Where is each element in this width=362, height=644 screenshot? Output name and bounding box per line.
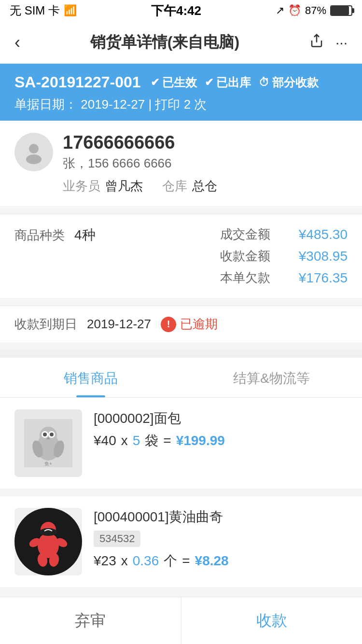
- avatar: [14, 133, 53, 171]
- tab-settlement[interactable]: 结算&物流等: [181, 358, 362, 397]
- order-header-banner: SA-20191227-001 ✔ 已生效 ✔ 已出库 ⏱ 部分收款 单据日期：…: [0, 64, 362, 121]
- warehouse-value: 总仓: [192, 178, 217, 195]
- payment-due-label: 收款到期日: [14, 316, 77, 333]
- product-unit-2: 个: [164, 552, 177, 570]
- customer-name-phone: 张，156 6666 6666: [63, 155, 175, 172]
- cancel-button[interactable]: 弃审: [0, 597, 181, 644]
- deal-amount-value: ¥485.30: [280, 227, 348, 242]
- product-unit-price-1: ¥40: [94, 433, 116, 448]
- order-number-row: SA-20191227-001 ✔ 已生效 ✔ 已出库 ⏱ 部分收款: [14, 73, 348, 91]
- nav-actions: ···: [309, 33, 348, 51]
- status-badges: ✔ 已生效 ✔ 已出库 ⏱ 部分收款: [151, 75, 319, 90]
- times-icon-1: x: [121, 433, 128, 448]
- battery-bar: [330, 5, 352, 16]
- product-qty-2: 0.36: [133, 553, 159, 569]
- customer-name-area: 17666666666 张，156 6666 6666: [63, 132, 175, 172]
- tabs-row: 销售商品 结算&物流等: [0, 358, 362, 398]
- checkmark-icon-effective: ✔: [151, 76, 159, 89]
- clock-icon: ⏱: [259, 76, 269, 89]
- tab-settlement-label: 结算&物流等: [233, 371, 310, 386]
- wifi-icon: 📶: [64, 4, 77, 17]
- page-title: 销货单详情(来自电脑): [90, 32, 239, 53]
- checkmark-icon-shipped: ✔: [205, 76, 213, 89]
- debt-label: 本单欠款: [220, 269, 270, 286]
- product-image-1: 鱼+: [14, 409, 82, 477]
- location-icon: ↗: [276, 4, 284, 17]
- times-icon-2: x: [121, 553, 128, 569]
- product-item-1: 鱼+ [0000002]面包 ¥40 x 5 袋 = ¥199.99: [0, 398, 362, 489]
- alarm-icon: ⏰: [288, 4, 301, 17]
- confirm-button[interactable]: 收款: [181, 597, 362, 644]
- svg-point-0: [29, 144, 39, 154]
- battery-percent: 87%: [305, 4, 326, 17]
- product-qty-1: 5: [133, 433, 140, 448]
- status-time: 下午4:42: [151, 2, 201, 19]
- customer-info-row: 业务员 曾凡杰 仓库 总仓: [14, 178, 348, 195]
- received-value: ¥308.95: [280, 249, 348, 264]
- status-left: 无 SIM 卡 📶: [10, 3, 77, 18]
- badge-effective: ✔ 已生效: [151, 75, 197, 90]
- product-type-label: 商品种类: [14, 227, 65, 244]
- bottom-bar: 弃审 收款: [0, 597, 362, 644]
- received-label: 收款金额: [220, 248, 270, 265]
- product-type-area: 商品种类 4种: [14, 226, 96, 244]
- deal-amount-label: 成交金额: [220, 226, 270, 243]
- badge-effective-label: 已生效: [162, 75, 197, 90]
- sales-info: 业务员 曾凡杰: [63, 178, 143, 195]
- product-image-placeholder-1: 鱼+: [14, 409, 82, 477]
- product-price-row-2: ¥23 x 0.36 个 = ¥8.28: [94, 552, 348, 570]
- product-type-count: 4种: [74, 226, 96, 244]
- financial-stats: 成交金额 ¥485.30 收款金额 ¥308.95 本单欠款 ¥176.35: [220, 226, 348, 286]
- product-name-1: [0000002]面包: [94, 409, 348, 428]
- product-item-2: [000400001]黄油曲奇 534532 ¥23 x 0.36 个 = ¥8…: [0, 496, 362, 587]
- order-date-value: 2019-12-27: [81, 97, 145, 112]
- share-icon[interactable]: [309, 33, 324, 51]
- sales-label: 业务员: [63, 178, 100, 195]
- sales-value: 曾凡杰: [105, 178, 143, 195]
- product-unit-1: 袋: [145, 432, 158, 450]
- more-icon[interactable]: ···: [335, 34, 348, 51]
- status-right: ↗ ⏰ 87%: [276, 4, 352, 17]
- date-label: 单据日期：: [14, 97, 77, 112]
- stats-section: 商品种类 4种 成交金额 ¥485.30 收款金额 ¥308.95 本单欠款 ¥…: [0, 214, 362, 298]
- print-separator: |: [148, 97, 155, 112]
- received-row: 收款金额 ¥308.95: [220, 248, 348, 265]
- badge-payment-label: 部分收款: [272, 75, 319, 90]
- warehouse-label: 仓库: [162, 178, 187, 195]
- product-total-1: ¥199.99: [176, 433, 225, 448]
- customer-phone: 17666666666: [63, 132, 175, 153]
- customer-section: 17666666666 张，156 6666 6666 业务员 曾凡杰 仓库 总…: [0, 121, 362, 206]
- svg-text:鱼+: 鱼+: [44, 461, 52, 466]
- back-button[interactable]: ‹: [14, 32, 20, 53]
- deal-amount-row: 成交金额 ¥485.30: [220, 226, 348, 243]
- product-image-2: [14, 508, 82, 575]
- cancel-label: 弃审: [75, 610, 106, 631]
- svg-point-8: [50, 433, 54, 436]
- product-price-row-1: ¥40 x 5 袋 = ¥199.99: [94, 432, 348, 450]
- print-count-value: 2: [184, 97, 191, 112]
- nav-bar: ‹ 销货单详情(来自电脑) ···: [0, 21, 362, 64]
- products-list: 鱼+ [0000002]面包 ¥40 x 5 袋 = ¥199.99: [0, 398, 362, 614]
- overdue-icon: !: [161, 317, 176, 332]
- svg-point-1: [26, 154, 42, 164]
- warehouse-info: 仓库 总仓: [162, 178, 217, 195]
- product-unit-price-2: ¥23: [94, 553, 116, 569]
- customer-main-row: 17666666666 张，156 6666 6666: [14, 132, 348, 172]
- svg-point-7: [43, 433, 47, 436]
- badge-shipped: ✔ 已出库: [205, 75, 251, 90]
- confirm-label: 收款: [256, 610, 287, 631]
- order-date-row: 单据日期： 2019-12-27 | 打印 2 次: [14, 96, 348, 113]
- tabs-section: 销售商品 结算&物流等: [0, 358, 362, 398]
- debt-value: ¥176.35: [280, 270, 348, 286]
- carrier-label: 无 SIM 卡: [10, 3, 60, 18]
- tab-sales-label: 销售商品: [64, 371, 118, 386]
- tab-sales-products[interactable]: 销售商品: [0, 358, 181, 397]
- badge-shipped-label: 已出库: [216, 75, 251, 90]
- product-sku-2: 534532: [94, 531, 140, 547]
- debt-row: 本单欠款 ¥176.35: [220, 269, 348, 286]
- print-label: 打印: [155, 97, 180, 112]
- product-info-2: [000400001]黄油曲奇 534532 ¥23 x 0.36 个 = ¥8…: [94, 508, 348, 570]
- product-info-1: [0000002]面包 ¥40 x 5 袋 = ¥199.99: [94, 409, 348, 450]
- equals-1: =: [163, 433, 171, 448]
- print-unit-label: 次: [194, 97, 207, 112]
